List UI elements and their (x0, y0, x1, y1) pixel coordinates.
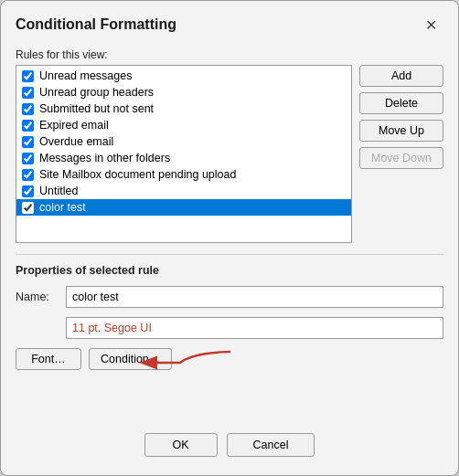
list-item[interactable]: Unread messages (16, 68, 351, 84)
conditional-formatting-dialog: Conditional Formatting ✕ Rules for this … (0, 0, 459, 476)
name-label: Name: (16, 291, 66, 303)
rule-label: Overdue email (39, 135, 113, 148)
rules-buttons: Add Delete Move Up Move Down (359, 65, 443, 243)
rule-label: Unread group headers (39, 86, 154, 99)
properties-section: Properties of selected rule Name: Font… … (16, 254, 443, 426)
rule-checkbox[interactable] (22, 185, 34, 197)
cancel-button[interactable]: Cancel (227, 433, 315, 457)
rule-label: Messages in other folders (39, 152, 170, 164)
close-button[interactable]: ✕ (418, 12, 443, 37)
dialog-body: Rules for this view: Unread messagesUnre… (1, 45, 458, 475)
name-row: Name: (16, 286, 443, 308)
rules-section-label: Rules for this view: (16, 48, 443, 61)
list-item[interactable]: Site Mailbox document pending upload (16, 166, 351, 183)
name-input[interactable] (66, 286, 443, 308)
rule-label: color test (39, 201, 86, 214)
rule-checkbox[interactable] (22, 103, 34, 115)
list-item[interactable]: Expired email (16, 117, 351, 133)
rule-checkbox[interactable] (22, 136, 34, 148)
font-button[interactable]: Font… (16, 348, 81, 370)
properties-title: Properties of selected rule (16, 264, 443, 277)
add-button[interactable]: Add (359, 65, 443, 87)
list-item[interactable]: Submitted but not sent (16, 100, 351, 117)
dialog-title: Conditional Formatting (16, 16, 176, 33)
rule-checkbox[interactable] (22, 153, 34, 164)
list-item[interactable]: Overdue email (16, 133, 351, 150)
arrow-icon (125, 344, 235, 377)
dialog-footer: OK Cancel (16, 426, 443, 460)
ok-button[interactable]: OK (144, 433, 218, 457)
list-item[interactable]: Untitled (16, 183, 351, 199)
font-display (66, 317, 443, 339)
move-up-button[interactable]: Move Up (359, 120, 443, 142)
rule-checkbox[interactable] (22, 120, 34, 132)
rule-label: Untitled (39, 185, 78, 197)
rules-list[interactable]: Unread messagesUnread group headersSubmi… (16, 66, 351, 242)
rule-checkbox[interactable] (22, 87, 34, 99)
rules-area: Unread messagesUnread group headersSubmi… (16, 65, 443, 243)
rule-label: Submitted but not sent (39, 102, 154, 115)
font-row (16, 317, 443, 339)
rule-label: Site Mailbox document pending upload (39, 168, 236, 181)
rule-checkbox[interactable] (22, 169, 34, 181)
delete-button[interactable]: Delete (359, 92, 443, 114)
rule-label: Expired email (39, 119, 109, 132)
rules-list-container: Unread messagesUnread group headersSubmi… (16, 65, 352, 243)
list-item[interactable]: color test (16, 199, 351, 216)
list-item[interactable]: Messages in other folders (16, 150, 351, 166)
title-bar: Conditional Formatting ✕ (1, 1, 458, 45)
rule-label: Unread messages (39, 69, 132, 82)
rule-checkbox[interactable] (22, 70, 34, 82)
action-buttons-row: Font… Condition… (16, 348, 443, 370)
move-down-button[interactable]: Move Down (359, 147, 443, 169)
list-item[interactable]: Unread group headers (16, 84, 351, 100)
rule-checkbox[interactable] (22, 202, 34, 214)
